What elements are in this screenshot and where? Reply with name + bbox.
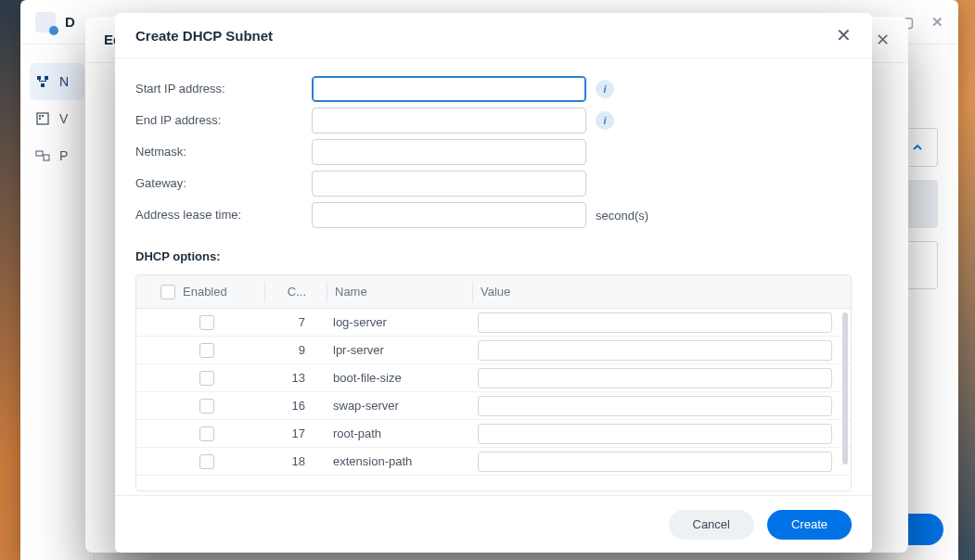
row-code: 9 [272,343,326,357]
scrollbar[interactable] [842,312,848,465]
start-ip-input[interactable] [312,76,586,102]
row-enabled-checkbox[interactable] [199,399,214,414]
edit-modal-close-icon[interactable]: ✕ [876,30,890,50]
netmask-label: Netmask: [135,136,312,168]
svg-rect-0 [37,113,48,124]
gateway-label: Gateway: [135,168,312,199]
info-icon[interactable]: i [596,80,614,98]
row-name: swap-server [333,399,470,413]
row-enabled-checkbox[interactable] [199,426,214,441]
row-name: boot-file-size [333,371,470,385]
table-body: 7log-server9lpr-server13boot-file-size16… [136,309,851,490]
row-name: root-path [333,426,470,440]
gateway-input[interactable] [312,171,586,197]
select-all-checkbox[interactable] [160,285,175,299]
app-title: D [65,14,75,30]
info-icon[interactable]: i [596,111,614,130]
window-close-icon[interactable]: ✕ [930,16,943,29]
dhcp-options-table: Enabled C... Name Value 7log-server9lpr-… [135,274,852,491]
row-enabled-checkbox[interactable] [199,454,214,469]
row-code: 13 [272,371,326,385]
dhcp-options-label: DHCP options: [135,249,852,263]
col-name-label: Name [335,285,472,299]
svg-rect-1 [39,115,41,117]
svg-rect-5 [44,155,49,160]
row-value-input[interactable] [478,340,832,361]
cancel-button[interactable]: Cancel [669,510,754,540]
create-dhcp-subnet-modal: Create DHCP Subnet ✕ Start IP address: i… [115,13,872,553]
col-code-label: C... [273,285,327,299]
app-logo-icon [35,12,56,32]
building-icon [35,111,50,126]
sidebar-item-vendor[interactable]: V [30,100,84,137]
row-code: 7 [272,315,326,329]
row-name: extension-path [333,454,470,468]
table-row: 16swap-server [136,392,851,420]
col-value-label: Value [481,285,851,299]
row-code: 16 [272,399,326,413]
row-value-input[interactable] [478,452,832,472]
pxe-icon [35,148,50,163]
sidebar: N V P [20,45,95,560]
svg-rect-2 [42,115,44,117]
lease-input[interactable] [312,202,586,228]
table-row: 7log-server [136,309,851,337]
end-ip-input[interactable] [312,108,586,134]
lease-unit: second(s) [596,209,648,223]
row-code: 17 [272,426,326,440]
svg-rect-4 [36,151,43,156]
close-icon[interactable]: ✕ [836,26,852,45]
row-code: 18 [272,454,326,468]
netmask-input[interactable] [312,139,586,165]
table-header: Enabled C... Name Value [136,275,851,309]
row-enabled-checkbox[interactable] [199,315,214,330]
modal-title: Create DHCP Subnet [135,28,273,44]
row-name: lpr-server [333,343,470,357]
start-ip-label: Start IP address: [135,73,312,105]
sidebar-item-pxe[interactable]: P [30,137,84,174]
row-enabled-checkbox[interactable] [199,343,214,358]
table-row: 17root-path [136,420,851,448]
create-button[interactable]: Create [767,510,852,540]
table-row: 18extension-path [136,448,851,476]
col-enabled-label: Enabled [183,285,227,299]
svg-rect-3 [39,118,41,120]
sidebar-item-network[interactable]: N [30,63,84,100]
table-row: 13boot-file-size [136,364,851,392]
end-ip-label: End IP address: [135,105,312,136]
row-value-input[interactable] [478,424,832,444]
row-value-input[interactable] [478,368,832,388]
row-value-input[interactable] [478,312,832,333]
row-value-input[interactable] [478,396,832,416]
lease-label: Address lease time: [135,199,312,231]
row-enabled-checkbox[interactable] [199,371,214,386]
network-icon [35,74,50,89]
row-name: log-server [333,315,470,329]
table-row: 9lpr-server [136,337,851,364]
